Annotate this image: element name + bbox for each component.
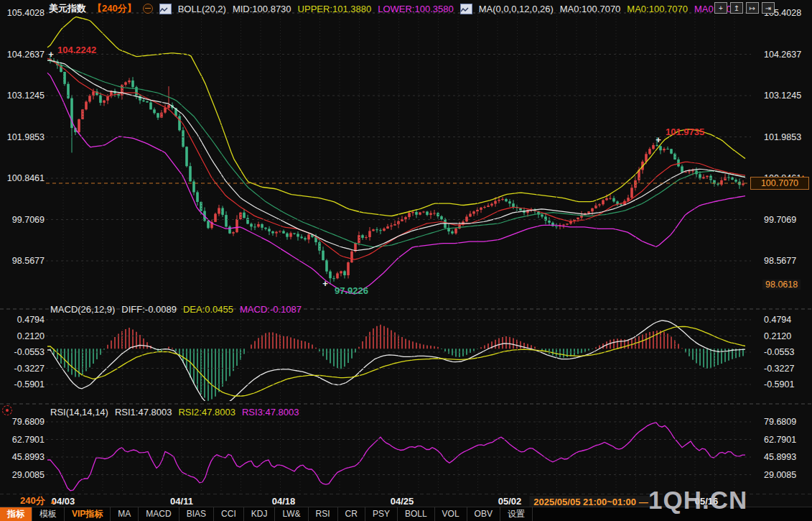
boll-chart-icon[interactable] xyxy=(159,4,172,14)
axis-label: 45.8993 xyxy=(764,452,812,462)
scale-right-icon[interactable]: ↦ xyxy=(746,2,759,14)
axis-label: -0.0553 xyxy=(0,347,45,357)
indicator-toolbar: 指标模板VIP指标MAMACDBIASCCIKDJLW&RSICRPSYBOLL… xyxy=(0,507,812,521)
date-tick: 04/25 xyxy=(391,496,414,507)
boll-lower-value: LOWER:100.3580 xyxy=(378,4,454,14)
axis-label: 98.5677 xyxy=(764,256,812,266)
macd-value: MACD:-0.1087 xyxy=(240,304,302,315)
toolbar-item-obv[interactable]: OBV xyxy=(467,507,500,521)
ma-params: MA(0,0,0,12,0,26) xyxy=(479,4,554,14)
axis-label: 104.2637 xyxy=(0,50,45,60)
axis-label: -0.0553 xyxy=(764,347,812,357)
last-price-badge: 100.7070 xyxy=(750,177,809,190)
drawing-target-icon[interactable] xyxy=(2,405,12,415)
axis-label: 103.1245 xyxy=(764,91,812,101)
toolbar-item-bias[interactable]: BIAS xyxy=(179,507,214,521)
price-marker-cross-icon: + xyxy=(322,278,328,289)
price-marker-label: 101.9735 xyxy=(666,126,704,137)
rsi-params: RSI(14,14,14) xyxy=(50,407,108,418)
axis-label: 101.9853 xyxy=(0,132,45,142)
rsi2-value: RSI2:47.8003 xyxy=(178,407,235,418)
chart-tool-icons: +↥↦⇥ xyxy=(714,2,775,14)
axis-label: 0.2120 xyxy=(0,331,45,341)
symbol-title: 美元指数 xyxy=(49,2,86,15)
interval-footer-label: 240分 xyxy=(20,495,45,506)
toolbar-item-[interactable]: 模板 xyxy=(32,507,65,521)
price-marker-label: 97.9226 xyxy=(335,285,368,296)
axis-label: 103.1245 xyxy=(0,91,45,101)
session-low-badge: 98.0618 xyxy=(762,280,801,290)
interval-selector[interactable]: 240分▲ xyxy=(20,494,57,507)
axis-label: 0.2120 xyxy=(764,331,812,341)
rsi-panel[interactable] xyxy=(47,423,745,491)
toolbar-item-cr[interactable]: CR xyxy=(338,507,365,521)
date-tick: 05/16 xyxy=(695,496,719,507)
rsi-legend: RSI(14,14,14) RSI1:47.8003 RSI2:47.8003 … xyxy=(50,407,299,418)
boll-upper-value: UPPER:101.3880 xyxy=(298,4,372,14)
toolbar-item-kdj[interactable]: KDJ xyxy=(244,507,276,521)
axis-label: 45.8993 xyxy=(0,452,45,462)
macd-params: MACD(26,12,9) xyxy=(50,304,115,315)
axis-label: 101.9853 xyxy=(764,132,812,142)
axis-label: 100.8461 xyxy=(0,173,45,183)
date-tick: 04/18 xyxy=(272,496,296,507)
macd-legend: MACD(26,12,9) DIFF:-0.0089 DEA:0.0455 MA… xyxy=(50,304,302,315)
macd-diff-value: DIFF:-0.0089 xyxy=(121,304,177,315)
axis-label: 29.0085 xyxy=(764,470,812,480)
interval-label: 【240分】 xyxy=(93,2,136,15)
scale-up-icon[interactable]: ↥ xyxy=(730,2,743,14)
interval-up-arrow-icon: ▲ xyxy=(50,497,57,505)
price-marker-cross-icon: + xyxy=(655,134,661,145)
axis-label: 105.4028 xyxy=(0,8,45,18)
toolbar-item-vip[interactable]: VIP指标 xyxy=(65,507,111,521)
axis-label: 98.5677 xyxy=(0,256,45,266)
ma-value-1: MA0:100.7070 xyxy=(560,4,621,14)
toolbar-item-boll[interactable]: BOLL xyxy=(398,507,435,521)
toolbar-item-cci[interactable]: CCI xyxy=(214,507,244,521)
axis-label: 62.7901 xyxy=(764,435,812,445)
axis-label: -0.3227 xyxy=(0,364,45,374)
boll-mid-value: MID:100.8730 xyxy=(233,4,291,14)
axis-label: -0.5901 xyxy=(764,379,812,389)
axis-label: 99.7069 xyxy=(0,215,45,225)
toolbar-item-ma[interactable]: MA xyxy=(111,507,139,521)
axis-label: 104.2637 xyxy=(764,50,812,60)
date-tick: 05/02 xyxy=(498,496,522,507)
axis-label: -0.3227 xyxy=(764,364,812,374)
toolbar-item-[interactable]: 指标 xyxy=(0,507,32,521)
axis-label: 99.7069 xyxy=(764,215,812,225)
rsi1-value: RSI1:47.8003 xyxy=(115,407,172,418)
toolbar-item-macd[interactable]: MACD xyxy=(139,507,179,521)
boll-params: BOLL(20,2) xyxy=(178,4,226,14)
axis-label: 29.0085 xyxy=(0,470,45,480)
main-chart-legend: 美元指数 【240分】 BOLL(20,2) MID:100.8730 UPPE… xyxy=(49,2,739,15)
chart-application: 美元指数 【240分】 BOLL(20,2) MID:100.8730 UPPE… xyxy=(0,0,812,521)
axis-label: 0.4794 xyxy=(764,315,812,325)
move-crosshair-icon[interactable]: + xyxy=(714,2,727,14)
pan-right-icon[interactable]: ⇥ xyxy=(762,2,775,14)
candlestick-chart-canvas[interactable] xyxy=(0,0,812,494)
toolbar-item-lw[interactable]: LW& xyxy=(275,507,308,521)
axis-label: -0.5901 xyxy=(0,379,45,389)
axis-label: 0.4794 xyxy=(0,315,45,325)
date-tick: 04/11 xyxy=(170,496,193,507)
axis-label: 79.6809 xyxy=(0,417,45,427)
macd-panel[interactable] xyxy=(47,321,745,408)
axis-label: 62.7901 xyxy=(0,435,45,445)
toolbar-item-vol[interactable]: VOL xyxy=(435,507,467,521)
toolbar-item-[interactable]: 设置 xyxy=(500,507,533,521)
collapse-icon[interactable] xyxy=(143,4,153,14)
macd-dea-value: DEA:0.0455 xyxy=(183,304,233,315)
ma-chart-icon[interactable] xyxy=(460,4,472,14)
main-price-panel[interactable] xyxy=(47,17,745,294)
price-marker-cross-icon: + xyxy=(48,49,54,60)
toolbar-item-psy[interactable]: PSY xyxy=(365,507,398,521)
ma-value-2: MA0:100.7070 xyxy=(627,4,688,14)
price-marker-label: 104.2242 xyxy=(57,45,96,55)
toolbar-item-rsi[interactable]: RSI xyxy=(309,507,338,521)
axis-label: 79.6809 xyxy=(764,417,812,427)
rsi3-value: RSI3:47.8003 xyxy=(242,407,299,418)
